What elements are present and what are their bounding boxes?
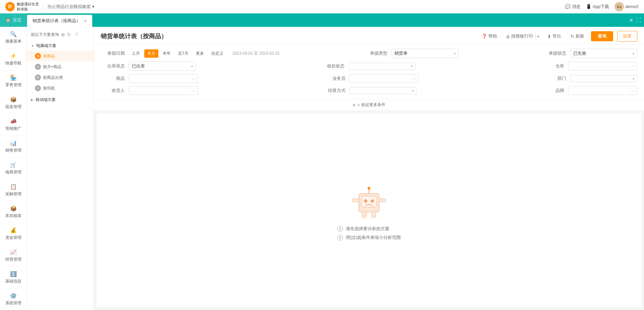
svg-point-2 xyxy=(364,199,367,203)
help-btn[interactable]: ❓ 帮助 xyxy=(479,32,500,41)
mobile-group-label: 移动端方案 xyxy=(36,97,56,103)
sidebar-item-inventory[interactable]: 📦 库存核算 xyxy=(0,201,26,223)
filter-brand-input[interactable]: ··· xyxy=(568,86,637,95)
filter-out-status-arrow xyxy=(191,64,193,68)
empty-state: 1 请先选择要分析的方案 2 用[过滤]条件来缩小分析范围 xyxy=(97,113,641,307)
app-download-btn[interactable]: 📱 App下载 xyxy=(586,4,609,10)
wholesale-icon: 📦 xyxy=(10,96,17,103)
filter-warehouse-field[interactable] xyxy=(571,64,628,69)
top-nav: 好 畅捷通好生意 标准版 办公用品行业模拟账套 ▾ 💬 消息 📱 App下载 E… xyxy=(0,0,644,13)
hint-num-2: 2 xyxy=(337,235,343,241)
settings-btn[interactable]: 设置 xyxy=(617,31,637,42)
collapse-panel-btn[interactable]: 《 xyxy=(73,32,78,38)
scheme-icon-by-month: 月 xyxy=(35,64,41,70)
message-btn[interactable]: 💬 消息 xyxy=(565,4,581,10)
sidebar-item-quick-nav[interactable]: ⚡ 快捷导航 xyxy=(0,49,26,70)
scheme-item-by-product[interactable]: 按 按商品 xyxy=(27,51,94,61)
scheme-item-by-driver[interactable]: 司 按司机 xyxy=(27,83,94,94)
date-btn-last-month[interactable]: 上月 xyxy=(129,49,143,58)
filter-product-input[interactable]: ··· xyxy=(129,74,198,83)
filter-label-doc-status: 单据状态 xyxy=(542,50,566,56)
filter-salesperson-input[interactable]: ··· xyxy=(350,74,419,83)
svg-rect-9 xyxy=(372,212,376,218)
filter-doc-type-value: 销货单 xyxy=(394,50,452,56)
filter-payment-arrow xyxy=(412,89,414,93)
filter-out-status-select[interactable]: 已出库 xyxy=(129,61,196,71)
filter-warehouse-input[interactable]: ··· xyxy=(568,62,637,70)
scheme-item-by-category[interactable]: 商 按商品分类 xyxy=(27,72,94,83)
scheme-item-by-month-product[interactable]: 月 按月+商品 xyxy=(27,61,94,72)
export-btn[interactable]: ⬇ 导出 xyxy=(545,32,564,41)
tab-report[interactable]: 销货单统计表（按商品） ✕ xyxy=(27,15,92,27)
sidebar-item-operation[interactable]: 📈 经营管理 xyxy=(0,245,26,267)
sidebar-item-basic[interactable]: ℹ️ 基础信息 xyxy=(0,267,26,289)
refresh-scheme-btn[interactable]: ↻ xyxy=(67,32,71,37)
filter-out-status-value: 已出库 xyxy=(132,63,190,69)
top-nav-left: 好 畅捷通好生意 标准版 办公用品行业模拟账套 ▾ xyxy=(5,2,95,11)
filter-doc-type-arrow xyxy=(454,52,455,55)
date-btn-this-month[interactable]: 本月 xyxy=(144,49,158,58)
filter-dept-select[interactable] xyxy=(570,75,637,82)
empty-illustration xyxy=(349,180,389,220)
mobile-scheme-group-title[interactable]: ▶ 移动端方案 xyxy=(27,95,94,105)
scheme-icon-by-driver: 司 xyxy=(35,85,41,91)
date-btn-custom[interactable]: 自定义 xyxy=(208,49,226,58)
sidebar-item-system[interactable]: ⚙️ 系统管理 xyxy=(0,289,26,310)
tab-home[interactable]: 🏠 首页 xyxy=(0,13,27,27)
print-btn[interactable]: 🖨 按模板打印 xyxy=(504,32,535,41)
filter-brand-field[interactable] xyxy=(571,88,628,93)
filter-product-ellipsis[interactable]: ··· xyxy=(191,76,195,81)
filter-recipient-field[interactable] xyxy=(132,88,188,93)
filter-label-recipient: 收货人 xyxy=(101,88,125,94)
svg-rect-1 xyxy=(362,196,376,207)
app-selector[interactable]: 办公用品行业模拟账套 ▾ xyxy=(43,4,95,10)
scheme-icon-by-category: 商 xyxy=(35,74,41,81)
filter-salesperson-field[interactable] xyxy=(353,76,409,81)
sidebar-item-sales[interactable]: 📊 销售管理 xyxy=(0,136,26,158)
basic-icon: ℹ️ xyxy=(10,271,17,277)
user-menu-btn[interactable]: Ea demo2 xyxy=(614,2,639,11)
add-scheme-btn[interactable]: ⊕ xyxy=(61,32,65,37)
filter-product-field[interactable] xyxy=(132,76,188,81)
filter-dept-arrow xyxy=(633,77,634,81)
logo-area: 好 畅捷通好生意 标准版 xyxy=(5,2,39,11)
tab-bar: 🏠 首页 销货单统计表（按商品） ✕ ✕ ⛶ xyxy=(0,13,644,27)
query-btn[interactable]: 查询 xyxy=(591,31,613,41)
refresh-btn[interactable]: ↻ 刷新 xyxy=(568,32,587,41)
sidebar-item-wholesale[interactable]: 📦 批发管理 xyxy=(0,92,26,114)
sidebar-item-purchase[interactable]: 📋 采购管理 xyxy=(0,179,26,201)
sidebar-item-marketing[interactable]: 📣 营销推广 xyxy=(0,114,26,136)
filter-doc-status-select[interactable]: 已生效 xyxy=(570,49,637,58)
filter-recipient-input[interactable]: ··· xyxy=(129,86,198,95)
date-btn-this-year[interactable]: 本年 xyxy=(160,49,174,58)
date-btn-7days[interactable]: 近7天 xyxy=(175,49,192,58)
filter-doc-type-select[interactable]: 销货单 xyxy=(391,49,459,58)
tab-maximize-btn[interactable]: ⛶ xyxy=(636,17,641,23)
filter-payment-select[interactable] xyxy=(350,87,417,94)
filter-brand-ellipsis[interactable]: ··· xyxy=(630,88,634,93)
date-btn-more[interactable]: 更多 xyxy=(193,49,207,58)
sidebar-item-search-menu[interactable]: 🔍 搜索菜单 xyxy=(0,27,26,49)
hint-num-1: 1 xyxy=(337,226,343,232)
sidebar-item-retail[interactable]: 🏪 零售管理 xyxy=(0,70,26,92)
filter-salesperson-ellipsis[interactable]: ··· xyxy=(412,76,416,81)
tab-close-all-btn[interactable]: ✕ xyxy=(629,17,633,23)
filter-recipient-ellipsis[interactable]: ··· xyxy=(191,88,195,93)
marketing-icon: 📣 xyxy=(10,118,17,124)
pc-scheme-group-title[interactable]: ▼ 电脑端方案 xyxy=(27,41,94,51)
print-dropdown-btn[interactable]: ▾ xyxy=(535,33,541,40)
filter-label-warehouse: 仓库 xyxy=(540,63,564,69)
sidebar-item-ecommerce[interactable]: 🛒 电商管理 xyxy=(0,158,26,179)
scheme-icon-by-product: 按 xyxy=(35,53,41,59)
system-icon: ⚙️ xyxy=(10,293,17,299)
filter-row-1: 单据日期 上月 本月 本年 近7天 更多 自定义 2023-03-01 至 20… xyxy=(101,49,637,58)
filter-label-brand: 品牌 xyxy=(540,88,564,94)
filter-doc-status-arrow xyxy=(633,52,634,55)
sidebar-item-finance[interactable]: 💰 资金管理 xyxy=(0,223,26,245)
filter-warehouse-ellipsis[interactable]: ··· xyxy=(630,63,634,69)
collapse-filter-btn[interactable]: ∧ ∧ 收起更多条件 xyxy=(353,102,385,108)
tab-close-btn[interactable]: ✕ xyxy=(84,19,87,23)
left-panel: 按以下方案查询 ⊕ ↻ 《 ▼ 电脑端方案 按 按商品 月 按月+商品 xyxy=(27,27,94,310)
filter-pay-status-select[interactable] xyxy=(348,63,416,70)
filter-row-3: 商品 ··· 业务员 ··· 部门 xyxy=(101,74,637,83)
